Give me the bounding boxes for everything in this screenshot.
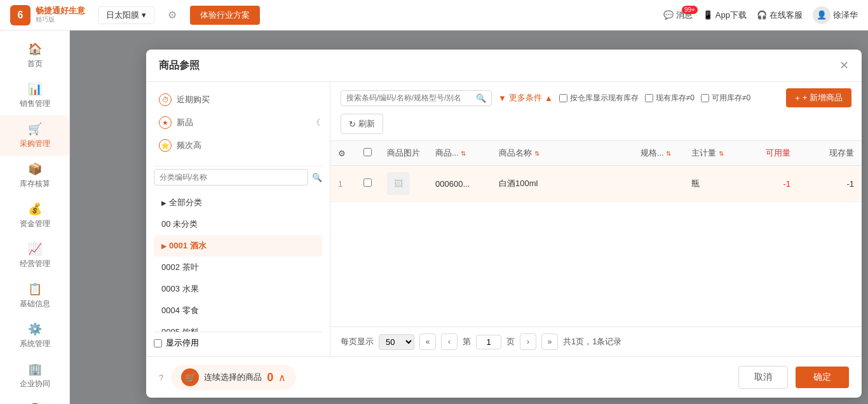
category-item-tea[interactable]: 0002 茶叶 bbox=[154, 257, 322, 278]
modal-title: 商品参照 bbox=[159, 59, 200, 72]
cart-collapse-button[interactable]: ∧ bbox=[278, 372, 286, 384]
sidebar-item-label: 系统管理 bbox=[20, 339, 50, 349]
frequent-icon: ⭐ bbox=[159, 139, 172, 152]
sidebar-item-basic-info[interactable]: 📋 基础信息 bbox=[0, 276, 69, 316]
phone-icon: 📱 bbox=[703, 10, 713, 20]
sidebar-item-sales[interactable]: 📊 销售管理 bbox=[0, 76, 69, 116]
new-icon: ★ bbox=[159, 116, 172, 129]
confirm-button[interactable]: 确定 bbox=[796, 367, 849, 388]
sidebar-item-operation[interactable]: 📈 经营管理 bbox=[0, 236, 69, 276]
filter-button[interactable]: ▼ 更多条件 ▲ bbox=[498, 92, 553, 104]
th-spec: 规格... ⇅ bbox=[633, 141, 684, 166]
available-nonzero-checkbox[interactable] bbox=[701, 94, 709, 102]
select-all-checkbox[interactable] bbox=[363, 148, 372, 156]
category-search-row: 🔍 bbox=[154, 169, 322, 185]
close-button[interactable]: ✕ bbox=[839, 58, 849, 72]
product-search-input[interactable] bbox=[346, 93, 473, 102]
available-nonzero-checkbox-row: 可用库存≠0 bbox=[701, 93, 750, 104]
warehouse-display-checkbox[interactable] bbox=[559, 94, 567, 102]
sidebar-item-system[interactable]: ⚙️ 系统管理 bbox=[0, 316, 69, 356]
quick-link-new[interactable]: ★ 新品 bbox=[154, 112, 309, 133]
show-disabled-checkbox[interactable] bbox=[154, 339, 162, 347]
sort-icon[interactable]: ⇅ bbox=[461, 150, 466, 157]
product-table: ⚙ 商品图片 商品... ⇅ 商品名称 ⇅ bbox=[330, 141, 862, 202]
row-stock: -1 bbox=[798, 166, 862, 202]
sort-icon[interactable]: ⇅ bbox=[666, 150, 671, 157]
operation-icon: 📈 bbox=[28, 242, 42, 256]
row-name: 白酒100ml bbox=[491, 166, 633, 202]
per-page-select[interactable]: 50 100 200 bbox=[379, 334, 414, 350]
cart-area[interactable]: 🛒 连续选择的商品 0 ∧ bbox=[171, 365, 296, 390]
prev-page-button[interactable]: ‹ bbox=[441, 333, 458, 350]
category-label: 0003 水果 bbox=[161, 283, 199, 295]
th-stock: 现存量 bbox=[798, 141, 862, 166]
enterprise-icon: 🏢 bbox=[28, 362, 42, 376]
sidebar-item-inventory[interactable]: 📦 库存核算 bbox=[0, 156, 69, 196]
help-button[interactable]: ? bbox=[159, 373, 163, 382]
available-nonzero-label: 可用库存≠0 bbox=[712, 93, 750, 104]
cancel-button[interactable]: 取消 bbox=[738, 366, 788, 389]
user-area[interactable]: 👤 徐泽华 bbox=[813, 6, 858, 24]
quick-link-label: 新品 bbox=[177, 117, 193, 128]
row-img: 🖼 bbox=[379, 166, 428, 202]
messages-button[interactable]: 💬 消息 99+ bbox=[663, 10, 693, 21]
toolbar: 🔍 ▼ 更多条件 ▲ 按仓库显示现有库存 bbox=[330, 82, 862, 141]
row-available: -1 bbox=[735, 166, 798, 202]
cart-text: 连续选择的商品 bbox=[204, 372, 262, 383]
table-row[interactable]: 1 🖼 000600... 白酒100ml 瓶 -1 bbox=[330, 166, 862, 202]
home-icon: 🏠 bbox=[28, 42, 42, 56]
collapse-button[interactable]: 《 bbox=[309, 116, 322, 129]
add-product-button[interactable]: + + 新增商品 bbox=[786, 88, 851, 107]
user-name: 徐泽华 bbox=[833, 10, 858, 21]
category-label: 0001 酒水 bbox=[169, 240, 207, 252]
first-page-button[interactable]: « bbox=[419, 333, 436, 350]
basic-info-icon: 📋 bbox=[28, 282, 42, 296]
category-item-snacks[interactable]: 0004 零食 bbox=[154, 300, 322, 321]
next-page-button[interactable]: › bbox=[520, 333, 536, 350]
nav-dropdown[interactable]: 日太阳膜 ▾ bbox=[98, 6, 154, 24]
last-page-button[interactable]: » bbox=[541, 333, 558, 350]
category-item-uncategorized[interactable]: 00 未分类 bbox=[154, 213, 322, 235]
sidebar-item-label: 基础信息 bbox=[20, 299, 50, 309]
sidebar-item-enterprise[interactable]: 🏢 企业协同 bbox=[0, 356, 69, 396]
category-item-all[interactable]: ▶ 全部分类 bbox=[154, 192, 322, 213]
filter-arrow-icon: ▲ bbox=[545, 93, 553, 103]
app-download-button[interactable]: 📱 App下载 bbox=[703, 10, 747, 21]
cart-icon: 🛒 bbox=[181, 368, 199, 386]
sidebar-item-label: 库存核算 bbox=[20, 178, 50, 189]
page-label: 第 bbox=[463, 336, 471, 347]
sort-icon[interactable]: ⇅ bbox=[719, 150, 724, 157]
sidebar-item-purchase[interactable]: 🛒 采购管理 bbox=[0, 116, 69, 156]
modal-footer: ? 🛒 连续选择的商品 0 ∧ 取消 确定 bbox=[146, 356, 862, 398]
category-item-beverage[interactable]: 0005 饮料 bbox=[154, 321, 322, 332]
search-icon[interactable]: 🔍 bbox=[476, 93, 486, 103]
trial-button[interactable]: 体验行业方案 bbox=[190, 6, 260, 25]
warehouse-checkbox-row: 按仓库显示现有库存 bbox=[559, 93, 639, 104]
sidebar-item-guide[interactable]: 🎯 新手引导 bbox=[0, 396, 69, 404]
online-service-button[interactable]: 🎧 在线客服 bbox=[757, 10, 803, 21]
sidebar-item-home[interactable]: 🏠 首页 bbox=[0, 36, 69, 76]
message-icon: 💬 bbox=[663, 10, 674, 20]
cart-count: 0 bbox=[267, 371, 273, 384]
quick-link-recent[interactable]: ⏱ 近期购买 bbox=[154, 90, 309, 110]
row-checkbox[interactable] bbox=[363, 178, 372, 187]
show-disabled-label: 显示停用 bbox=[166, 337, 199, 349]
filter-label: 更多条件 bbox=[509, 92, 542, 104]
settings-icon[interactable]: ⚙ bbox=[338, 149, 346, 158]
page-input[interactable] bbox=[476, 335, 501, 349]
quick-link-frequent[interactable]: ⭐ 频次高 bbox=[154, 135, 309, 156]
avatar: 👤 bbox=[813, 6, 831, 24]
gear-icon[interactable]: ⚙ bbox=[162, 5, 182, 25]
row-spec bbox=[633, 166, 684, 202]
sidebar: 🏠 首页 📊 销售管理 🛒 采购管理 📦 库存核算 💰 资金管理 📈 经营管理 … bbox=[0, 30, 70, 404]
category-search-button[interactable]: 🔍 bbox=[312, 173, 322, 182]
modal-dialog: 商品参照 ✕ ⏱ 近期购买 ★ bbox=[146, 50, 862, 398]
stock-nonzero-checkbox[interactable] bbox=[645, 94, 653, 102]
refresh-button[interactable]: ↻ 刷新 bbox=[341, 114, 383, 134]
sort-icon[interactable]: ⇅ bbox=[534, 150, 539, 157]
category-item-alcohol[interactable]: ▶ 0001 酒水 bbox=[154, 235, 322, 257]
category-item-fruit[interactable]: 0003 水果 bbox=[154, 278, 322, 300]
arrow-icon: ▶ bbox=[161, 199, 166, 206]
sidebar-item-finance[interactable]: 💰 资金管理 bbox=[0, 196, 69, 236]
category-search-input[interactable] bbox=[154, 169, 308, 185]
